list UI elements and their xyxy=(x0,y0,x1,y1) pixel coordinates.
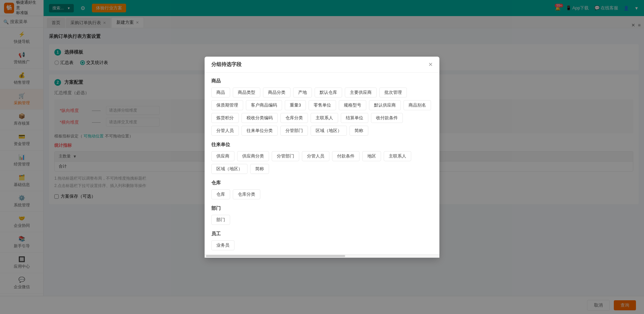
modal-header: 分组待选字段 ✕ xyxy=(205,57,439,73)
field-tag[interactable]: 分管部门 xyxy=(272,151,299,161)
field-tag[interactable]: 保质期管理 xyxy=(211,100,243,110)
field-tag[interactable]: 炼货积分 xyxy=(211,113,239,123)
field-list-warehouse: 仓库 仓库分类 xyxy=(211,189,433,199)
field-tag[interactable]: 仓库 xyxy=(211,189,230,199)
field-tag[interactable]: 分管人员 xyxy=(211,126,239,136)
field-list-employee: 业务员 xyxy=(211,240,433,250)
field-group-partner-title: 往来单位 xyxy=(211,142,433,148)
field-tag[interactable]: 收付款条件 xyxy=(371,113,403,123)
field-tag[interactable]: 付款条件 xyxy=(332,151,360,161)
field-tag[interactable]: 商品别名 xyxy=(404,100,431,110)
field-tag[interactable]: 批次管理 xyxy=(379,87,407,98)
field-tag[interactable]: 主要供应商 xyxy=(345,87,377,98)
field-group-goods: 商品 商品 商品类型 商品分类 产地 默认仓库 主要供应商 批次管理 保质期管理… xyxy=(211,78,433,136)
field-tag[interactable]: 商品 xyxy=(211,87,230,98)
field-group-goods-title: 商品 xyxy=(211,78,433,84)
field-tag[interactable]: 结算单位 xyxy=(341,113,368,123)
modal-overlay: 分组待选字段 ✕ 商品 商品 商品类型 商品分类 产地 默认仓库 主要供应商 批… xyxy=(0,0,644,314)
field-tag[interactable]: 供应商分类 xyxy=(237,151,269,161)
field-tag[interactable]: 部门 xyxy=(211,215,230,225)
field-tag[interactable]: 重量3 xyxy=(285,100,306,110)
field-tag[interactable]: 区域（地区） xyxy=(211,164,248,174)
field-tag[interactable]: 仓库分类 xyxy=(233,189,260,199)
field-tag[interactable]: 默认仓库 xyxy=(315,87,342,98)
field-tag[interactable]: 商品类型 xyxy=(233,87,260,98)
field-group-employee-title: 员工 xyxy=(211,231,433,237)
field-tag[interactable]: 客户商品编码 xyxy=(246,100,282,110)
field-group-dept-title: 部门 xyxy=(211,205,433,211)
field-tag[interactable]: 分管部门 xyxy=(280,126,308,136)
field-group-partner: 往来单位 供应商 供应商分类 分管部门 分管人员 付款条件 地区 主联系人 区域… xyxy=(211,142,433,174)
field-list-goods: 商品 商品类型 商品分类 产地 默认仓库 主要供应商 批次管理 保质期管理 客户… xyxy=(211,87,433,136)
field-tag[interactable]: 默认供应商 xyxy=(369,100,401,110)
field-tag[interactable]: 简称 xyxy=(250,164,269,174)
field-tag[interactable]: 主联系人 xyxy=(384,151,411,161)
field-tag[interactable]: 仓库分类 xyxy=(280,113,308,123)
modal-horizontal-scrollbar[interactable] xyxy=(205,254,439,258)
field-tag[interactable]: 商品分类 xyxy=(263,87,290,98)
field-list-dept: 部门 xyxy=(211,215,433,225)
field-tag[interactable]: 产地 xyxy=(293,87,312,98)
field-list-partner: 供应商 供应商分类 分管部门 分管人员 付款条件 地区 主联系人 区域（地区） … xyxy=(211,151,433,174)
modal-body: 商品 商品 商品类型 商品分类 产地 默认仓库 主要供应商 批次管理 保质期管理… xyxy=(205,73,439,254)
field-tag[interactable]: 税收分类编码 xyxy=(241,113,278,123)
field-group-employee: 员工 业务员 xyxy=(211,231,433,250)
field-tag[interactable]: 零售单位 xyxy=(309,100,336,110)
field-group-warehouse-title: 仓库 xyxy=(211,180,433,186)
modal-close-button[interactable]: ✕ xyxy=(428,61,433,68)
field-group-dept: 部门 部门 xyxy=(211,205,433,225)
field-tag[interactable]: 分管人员 xyxy=(302,151,329,161)
field-select-modal: 分组待选字段 ✕ 商品 商品 商品类型 商品分类 产地 默认仓库 主要供应商 批… xyxy=(205,57,439,258)
field-group-warehouse: 仓库 仓库 仓库分类 xyxy=(211,180,433,199)
field-tag[interactable]: 往来单位分类 xyxy=(241,126,278,136)
field-tag[interactable]: 简称 xyxy=(350,126,368,136)
field-tag[interactable]: 规格型号 xyxy=(339,100,366,110)
field-tag[interactable]: 主联系人 xyxy=(311,113,338,123)
modal-title: 分组待选字段 xyxy=(211,61,241,68)
field-tag[interactable]: 地区 xyxy=(362,151,381,161)
field-tag[interactable]: 供应商 xyxy=(211,151,234,161)
field-tag[interactable]: 业务员 xyxy=(211,240,234,250)
modal-hscroll-thumb[interactable] xyxy=(206,255,345,257)
field-tag[interactable]: 区域（地区） xyxy=(311,126,347,136)
